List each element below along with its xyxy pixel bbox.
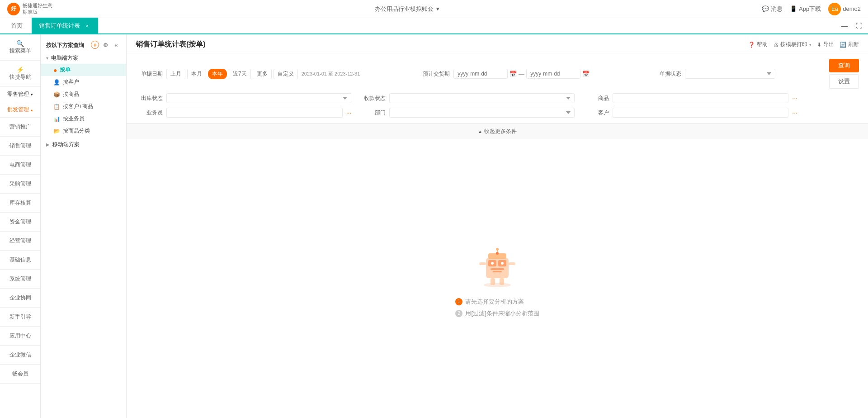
sidebar-item-sales-mgmt[interactable]: 销售管理 xyxy=(0,137,40,156)
payment-status-select[interactable] xyxy=(389,93,574,103)
customer-input[interactable] xyxy=(613,108,789,118)
collapse-arrow-right-icon: ▶ xyxy=(46,142,50,147)
sidebar-item-basics[interactable]: 基础信息 xyxy=(0,251,40,270)
calendar-from-icon[interactable]: 📅 xyxy=(509,71,517,77)
order-icon: ● xyxy=(53,66,57,74)
salesperson-input[interactable] xyxy=(166,108,343,118)
tip-2-num: 2 xyxy=(455,310,462,317)
payment-status-label: 收款状态 xyxy=(359,95,386,102)
sidebar-item-marketing[interactable]: 营销推广 xyxy=(0,118,40,137)
bill-status-select[interactable] xyxy=(685,69,775,79)
sidebar: 🔍 搜索菜单 ⚡ 快捷导航 零售管理 ▾ 批发管理 ▴ 营销推广 销售管理 电商… xyxy=(0,34,41,418)
customer-dots[interactable]: ··· xyxy=(792,109,797,116)
tab-minimize-btn[interactable]: — xyxy=(839,20,850,31)
dropdown-arrow-icon[interactable]: ▾ xyxy=(436,5,439,12)
user-menu[interactable]: Ea demo2 xyxy=(828,3,861,15)
panel-group-label: 电脑端方案 xyxy=(51,54,78,62)
message-btn[interactable]: 💬 消息 xyxy=(762,5,783,13)
query-btn[interactable]: 查询 xyxy=(829,59,859,72)
panel-item-by-category[interactable]: 📂 按商品分类 xyxy=(41,125,126,137)
salesperson-label: 业务员 xyxy=(136,109,163,117)
date-btn-more[interactable]: 更多 xyxy=(253,69,272,79)
content-area: 按以下方案查询 + ⚙ « ▾ 电脑端方案 ● 按单 👤 xyxy=(41,34,868,418)
main-layout: 🔍 搜索菜单 ⚡ 快捷导航 零售管理 ▾ 批发管理 ▴ 营销推广 销售管理 电商… xyxy=(0,34,868,418)
product-dots[interactable]: ··· xyxy=(792,95,797,102)
svg-point-0 xyxy=(484,283,511,287)
product-input[interactable] xyxy=(613,93,789,103)
svg-rect-13 xyxy=(509,262,515,265)
panel-group-desktop-header[interactable]: ▾ 电脑端方案 xyxy=(41,52,126,64)
mobile-icon: 📱 xyxy=(790,5,797,12)
export-btn[interactable]: ⬇ 导出 xyxy=(817,41,834,48)
date-btn-this-year[interactable]: 本年 xyxy=(208,69,227,79)
template-print-btn[interactable]: 🖨 按模板打印 ▾ xyxy=(773,41,811,48)
sidebar-item-retail-mgmt[interactable]: 零售管理 ▾ xyxy=(0,87,40,102)
panel-group-mobile-header[interactable]: ▶ 移动端方案 xyxy=(41,139,126,150)
expected-date-to[interactable] xyxy=(526,69,580,79)
header-actions: ❓ 帮助 🖨 按模板打印 ▾ ⬇ 导出 🔄 刷新 xyxy=(748,41,859,48)
empty-icon xyxy=(475,238,520,287)
page-header: 销售订单统计表(按单) ❓ 帮助 🖨 按模板打印 ▾ ⬇ 导出 xyxy=(127,34,868,53)
panel-item-by-customer[interactable]: 👤 按客户 xyxy=(41,76,126,88)
sidebar-item-enterprise-wx[interactable]: 企业微信 xyxy=(0,346,40,365)
topbar: 好 畅捷通好生意 标准版 办公用品行业模拟账套 ▾ 💬 消息 📱 App下载 E… xyxy=(0,0,868,18)
filter-col-bill-status: 单据状态 xyxy=(654,69,822,79)
sidebar-item-inventory[interactable]: 库存核算 xyxy=(0,194,40,213)
calendar-to-icon[interactable]: 📅 xyxy=(582,71,590,77)
collapse-up-icon: ▲ xyxy=(478,129,482,134)
product-icon: 📦 xyxy=(53,91,60,98)
date-btn-this-month[interactable]: 本月 xyxy=(187,69,206,79)
sidebar-item-system[interactable]: 系统管理 xyxy=(0,270,40,289)
sidebar-item-wholesale-mgmt[interactable]: 批发管理 ▴ xyxy=(0,102,40,118)
collapse-more-btn[interactable]: ▲ 收起更多条件 xyxy=(127,124,868,139)
topbar-center[interactable]: 办公用品行业模拟账套 ▾ xyxy=(375,5,439,13)
department-select[interactable] xyxy=(389,108,574,118)
svg-point-5 xyxy=(501,262,504,265)
sidebar-item-purchase-mgmt[interactable]: 采购管理 xyxy=(0,175,40,194)
sidebar-item-operations[interactable]: 经营管理 xyxy=(0,232,40,251)
date-btn-last-7[interactable]: 近7天 xyxy=(229,69,251,79)
settings-btn[interactable]: 设置 xyxy=(829,74,859,89)
panel-item-by-customer-product[interactable]: 📋 按客户+商品 xyxy=(41,100,126,113)
tab-close-icon[interactable]: × xyxy=(84,22,91,29)
panel-title: 按以下方案查询 xyxy=(46,42,84,49)
refresh-icon: 🔄 xyxy=(840,42,846,48)
tab-active[interactable]: 销售订单统计表 × xyxy=(32,18,98,34)
date-input-group-from: 📅 — 📅 xyxy=(453,69,590,79)
filter-col-customer: 客户 ··· xyxy=(582,108,797,118)
panel-item-by-product[interactable]: 📦 按商品 xyxy=(41,88,126,100)
date-btn-custom[interactable]: 自定义 xyxy=(274,69,298,79)
panel-settings-btn[interactable]: ⚙ xyxy=(101,41,110,50)
sidebar-item-quick-nav[interactable]: ⚡ 快捷导航 xyxy=(0,61,40,87)
panel-group-mobile-label: 移动端方案 xyxy=(52,141,80,148)
sidebar-item-enterprise[interactable]: 企业协同 xyxy=(0,289,40,308)
tab-home[interactable]: 首页 xyxy=(4,18,30,34)
app-download-btn[interactable]: 📱 App下载 xyxy=(790,5,821,13)
panel-item-by-order[interactable]: ● 按单 xyxy=(41,64,126,76)
salesperson-dots[interactable]: ··· xyxy=(346,109,352,116)
sidebar-item-new-guide[interactable]: 新手引导 xyxy=(0,308,40,327)
filter-area: 单据日期 上月 本月 本年 近7天 更多 自定义 2023-01-01 至 20… xyxy=(127,53,868,124)
sidebar-item-finance[interactable]: 资金管理 xyxy=(0,213,40,232)
refresh-btn[interactable]: 🔄 刷新 xyxy=(840,41,859,48)
panel-collapse-btn[interactable]: « xyxy=(112,41,121,50)
right-content: 销售订单统计表(按单) ❓ 帮助 🖨 按模板打印 ▾ ⬇ 导出 xyxy=(127,34,868,418)
shipment-status-select[interactable] xyxy=(166,93,351,103)
panel-item-by-salesperson[interactable]: 📊 按业务员 xyxy=(41,113,126,125)
sidebar-item-vip[interactable]: 畅会员 xyxy=(0,365,40,384)
expected-date-from[interactable] xyxy=(453,69,508,79)
panel-add-btn[interactable]: + xyxy=(91,41,99,49)
print-dropdown-icon[interactable]: ▾ xyxy=(809,43,811,47)
sidebar-item-search-menu[interactable]: 🔍 搜索菜单 xyxy=(0,34,40,61)
app-title: 办公用品行业模拟账套 xyxy=(375,5,434,13)
help-btn[interactable]: ❓ 帮助 xyxy=(748,41,768,48)
sidebar-item-app-center[interactable]: 应用中心 xyxy=(0,327,40,346)
date-btn-last-month[interactable]: 上月 xyxy=(166,69,185,79)
filter-col-product: 商品 ··· xyxy=(582,93,797,103)
panel-header: 按以下方案查询 + ⚙ « xyxy=(41,38,126,52)
empty-illustration xyxy=(475,238,520,289)
chevron-up-icon: ▴ xyxy=(31,108,33,112)
sidebar-item-ecommerce[interactable]: 电商管理 xyxy=(0,156,40,175)
tab-maximize-btn[interactable]: ⛶ xyxy=(854,20,864,31)
svg-rect-14 xyxy=(491,278,495,285)
